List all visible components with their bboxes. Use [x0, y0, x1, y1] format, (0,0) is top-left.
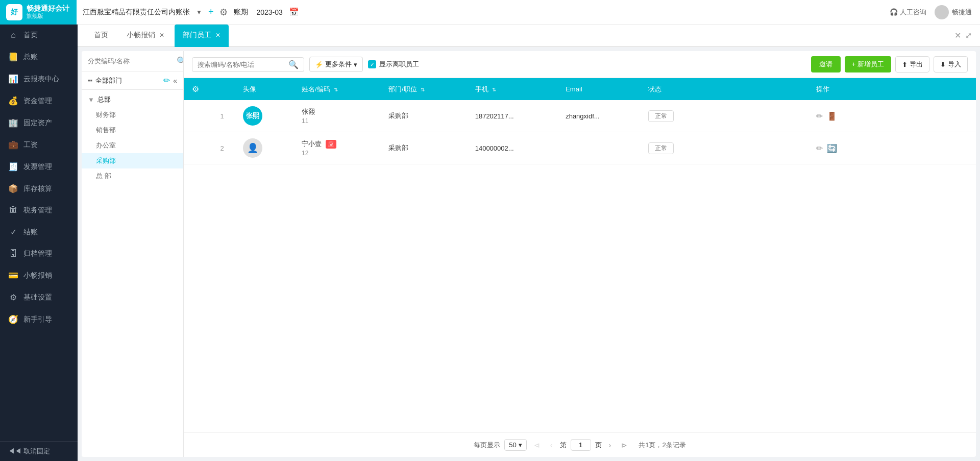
expand-tab-btn[interactable]: ⤢: [965, 31, 972, 40]
calendar-icon[interactable]: 📅: [289, 7, 299, 17]
user-menu[interactable]: 畅捷通: [935, 5, 972, 19]
header-right: 🎧 人工咨询 畅捷通: [890, 5, 972, 19]
cancel-pin-label: ◀◀ 取消固定: [8, 447, 50, 456]
checkmark-icon: ✓: [370, 61, 375, 68]
tree-child-office[interactable]: 办公室: [82, 138, 183, 153]
sidebar-item-invoice[interactable]: 🧾 发票管理: [0, 156, 78, 178]
table-row: 1 张熙 张熙 11: [184, 100, 976, 132]
row1-num: 1: [209, 100, 235, 132]
tree-edit-btn[interactable]: ✏: [163, 76, 170, 85]
sidebar-item-ledger[interactable]: 📒 总账: [0, 46, 78, 68]
header-settings-icon[interactable]: ⚙: [219, 7, 228, 18]
tree-child-sales[interactable]: 销售部: [82, 123, 183, 138]
sidebar-item-expense[interactable]: 💳 小畅报销: [0, 264, 78, 286]
tab-expense[interactable]: 小畅报销 ✕: [118, 25, 173, 47]
prev-page-btn[interactable]: ‹: [547, 440, 556, 450]
tree-header-actions: ✏ «: [163, 76, 177, 85]
sidebar-item-close[interactable]: ✓ 结账: [0, 221, 78, 243]
tree-child-hq[interactable]: 总 部: [82, 168, 183, 184]
first-page-btn[interactable]: ⊲: [531, 440, 543, 450]
sidebar-item-tax[interactable]: 🏛 税务管理: [0, 200, 78, 221]
sidebar-item-salary[interactable]: 💼 工资: [0, 134, 78, 156]
service-btn[interactable]: 🎧 人工咨询: [890, 8, 926, 17]
sidebar-item-home[interactable]: ⌂ 首页: [0, 25, 78, 46]
row2-edit-btn[interactable]: ✏: [816, 143, 823, 153]
tree-search-icon[interactable]: 🔍: [177, 56, 184, 66]
guide-icon: 🧭: [8, 314, 18, 324]
tree-child-purchase[interactable]: 采购部: [82, 153, 183, 168]
th-phone[interactable]: 手机 ⇅: [467, 78, 557, 100]
row2-status: 正常: [648, 142, 674, 154]
reports-icon: 📊: [8, 74, 18, 84]
tree-search-input[interactable]: [88, 57, 174, 65]
per-page-select[interactable]: 50 ▾: [504, 439, 526, 451]
sidebar-label-salary: 工资: [23, 140, 38, 150]
row1-phone-cell: 187202117...: [467, 100, 557, 132]
add-company-btn[interactable]: +: [208, 7, 214, 17]
tree-collapse-btn[interactable]: «: [173, 76, 177, 85]
sidebar-label-archive: 归档管理: [23, 249, 52, 258]
th-name[interactable]: 姓名/编码 ⇅: [293, 78, 380, 100]
row1-logout-btn[interactable]: 🚪: [827, 111, 837, 121]
th-actions: 操作: [808, 78, 976, 100]
per-page-label: 每页显示: [474, 441, 500, 450]
sidebar-item-settings[interactable]: ⚙ 基础设置: [0, 286, 78, 308]
sidebar-item-funds[interactable]: 💰 资金管理: [0, 90, 78, 112]
next-page-btn[interactable]: ›: [606, 440, 615, 450]
th-dept[interactable]: 部门/职位 ⇅: [380, 78, 467, 100]
tab-dept-emp-close[interactable]: ✕: [215, 32, 220, 39]
tab-home-label: 首页: [94, 31, 108, 40]
company-dropdown[interactable]: ▼: [196, 9, 202, 16]
tab-dept-emp[interactable]: 部门员工 ✕: [175, 25, 229, 47]
sidebar-label-invoice: 发票管理: [23, 162, 52, 172]
sidebar-item-inventory[interactable]: 📦 库存核算: [0, 178, 78, 200]
sort-dept-icon: ⇅: [421, 87, 425, 92]
sidebar-label-close: 结账: [23, 228, 38, 237]
sidebar-label-home: 首页: [23, 31, 38, 40]
row2-status-cell: 正常: [640, 132, 808, 164]
last-page-btn[interactable]: ⊳: [618, 440, 630, 450]
add-emp-btn[interactable]: + 新增员工: [845, 56, 891, 72]
invite-btn[interactable]: 邀请: [811, 56, 841, 72]
invoice-icon: 🧾: [8, 162, 18, 172]
tab-expense-close[interactable]: ✕: [159, 32, 164, 39]
table-settings-icon[interactable]: ⚙: [192, 85, 199, 93]
row1-phone: 187202117...: [475, 112, 514, 120]
filter-btn[interactable]: ⚡ 更多条件 ▾: [309, 57, 363, 72]
export-btn[interactable]: ⬆ 导出: [895, 56, 929, 72]
company-name: 江西服宝精品有限责任公司内账张: [83, 8, 190, 17]
content-area: 首页 小畅报销 ✕ 部门员工 ✕ ✕ ⤢ 🔍: [78, 25, 980, 461]
sidebar-label-settings: 基础设置: [23, 293, 52, 302]
left-tree: 🔍 ▪▪ 全部部门 ✏ « ▼ 总部 财: [82, 51, 184, 457]
cancel-pin-btn[interactable]: ◀◀ 取消固定: [0, 441, 78, 461]
sidebar-item-guide[interactable]: 🧭 新手引导: [0, 308, 78, 330]
sidebar-item-assets[interactable]: 🏢 固定资产: [0, 112, 78, 134]
home-icon: ⌂: [8, 31, 18, 40]
sidebar-label-reports: 云报表中心: [23, 75, 59, 84]
th-num: [209, 78, 235, 100]
row2-name: 宁小壹: [302, 139, 322, 149]
close-tab-btn[interactable]: ✕: [954, 31, 961, 40]
page-input[interactable]: 1: [571, 439, 591, 451]
import-btn[interactable]: ⬇ 导入: [934, 56, 968, 72]
show-resigned-toggle[interactable]: ✓ 显示离职员工: [368, 60, 419, 69]
emp-search-icon[interactable]: 🔍: [288, 60, 299, 69]
row2-code: 12: [302, 150, 372, 157]
employee-table: ⚙ 头像 姓名/编码 ⇅: [184, 78, 976, 164]
sidebar-item-archive[interactable]: 🗄 归档管理: [0, 243, 78, 264]
tree-child-finance[interactable]: 财务部: [82, 107, 183, 123]
row1-checkbox-cell: [184, 100, 209, 132]
row1-edit-btn[interactable]: ✏: [816, 111, 823, 121]
row1-dept: 采购部: [388, 112, 408, 119]
per-page-dropdown-icon: ▾: [519, 441, 522, 449]
tabs-bar: 首页 小畅报销 ✕ 部门员工 ✕ ✕ ⤢: [78, 25, 980, 47]
total-text: 共1页，2条记录: [639, 441, 685, 450]
show-resigned-checkbox[interactable]: ✓: [368, 60, 376, 68]
row2-refresh-btn[interactable]: 🔄: [827, 143, 837, 153]
filter-label: 更多条件: [325, 60, 352, 69]
tab-home[interactable]: 首页: [86, 25, 116, 47]
period-value: 2023-03: [256, 8, 282, 16]
emp-search-input[interactable]: [198, 61, 285, 68]
sidebar-item-reports[interactable]: 📊 云报表中心: [0, 68, 78, 90]
logo-subtitle: 旗舰版: [27, 12, 69, 20]
